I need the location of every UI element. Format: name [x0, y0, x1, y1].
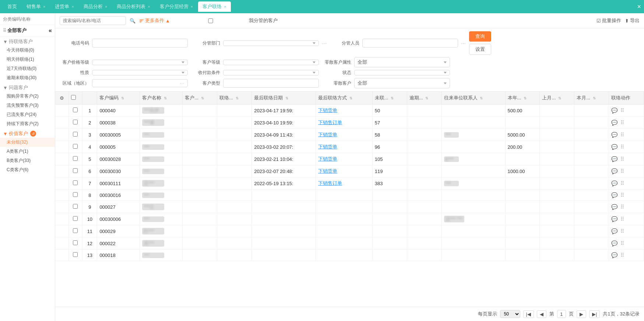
- tab-product-analysis[interactable]: 商品分析 ×: [79, 1, 112, 12]
- sidebar-item-today[interactable]: 今天待联络(0): [0, 46, 55, 55]
- nature-select[interactable]: [92, 70, 188, 75]
- sidebar-item-7days[interactable]: 近7天待联络(0): [0, 64, 55, 73]
- row-actions[interactable]: 💬 ⠿: [609, 190, 644, 201]
- grid-action-icon[interactable]: ⠿: [620, 252, 624, 258]
- row-last-method[interactable]: 下销售订单: [316, 117, 372, 129]
- close-icon[interactable]: ×: [105, 4, 107, 9]
- tab-customer-tier[interactable]: 客户分层经营 ×: [155, 1, 197, 12]
- row-actions[interactable]: 💬 ⠿: [609, 213, 644, 225]
- my-customers-check[interactable]: [174, 18, 247, 23]
- last-page-btn[interactable]: ▶|: [589, 310, 600, 318]
- prev-page-btn[interactable]: ◀: [537, 310, 546, 318]
- row-actions[interactable]: 💬 ⠿: [609, 177, 644, 190]
- row-checkbox[interactable]: [68, 177, 82, 190]
- row-checkbox[interactable]: [68, 201, 82, 213]
- chat-icon[interactable]: 💬: [611, 180, 617, 186]
- row-checkbox[interactable]: [68, 105, 82, 117]
- row-checkbox[interactable]: [68, 141, 82, 153]
- grid-action-icon[interactable]: ⠿: [620, 216, 624, 222]
- tab-purchase[interactable]: 进货单 ×: [50, 1, 78, 12]
- row-checkbox[interactable]: [68, 250, 82, 261]
- close-icon[interactable]: ×: [148, 4, 150, 9]
- row-last-method[interactable]: 下销货单: [316, 141, 372, 153]
- row-checkbox[interactable]: [68, 237, 82, 250]
- sidebar-item-class-a[interactable]: A类客户(1): [0, 147, 55, 156]
- manager-input[interactable]: [362, 39, 458, 47]
- chat-icon[interactable]: 💬: [611, 107, 617, 113]
- chat-icon[interactable]: 💬: [611, 252, 617, 258]
- no-contact-header[interactable]: 未联... ⇅: [372, 92, 407, 105]
- last-month-header[interactable]: 上月... ⇅: [540, 92, 574, 105]
- sidebar-item-ungroup[interactable]: 未分组(32): [0, 138, 55, 147]
- checkbox-col-header[interactable]: [68, 92, 82, 105]
- grid-action-icon[interactable]: ⠿: [620, 204, 624, 210]
- row-actions[interactable]: 💬 ⠿: [609, 201, 644, 213]
- grid-action-icon[interactable]: ⠿: [620, 228, 624, 234]
- sidebar-item-abnormal[interactable]: 囤购异常客户(2): [0, 92, 55, 101]
- grid-action-icon[interactable]: ⠿: [620, 240, 624, 246]
- query-button[interactable]: 查询: [469, 31, 491, 42]
- grid-action-icon[interactable]: ⠿: [620, 144, 624, 150]
- price-grade-select[interactable]: [92, 60, 188, 65]
- grid-action-icon[interactable]: ⠿: [620, 120, 624, 126]
- grid-action-icon[interactable]: ⠿: [620, 107, 624, 113]
- row-actions[interactable]: 💬 ⠿: [609, 117, 644, 129]
- per-page-select[interactable]: 50 100: [500, 310, 520, 318]
- grid-action-icon[interactable]: ⠿: [620, 156, 624, 162]
- this-year-header[interactable]: 本年... ⇅: [505, 92, 540, 105]
- row-actions[interactable]: 💬 ⠿: [609, 141, 644, 153]
- row-last-method[interactable]: 下销货单: [316, 105, 372, 117]
- chat-icon[interactable]: 💬: [611, 216, 617, 222]
- export-btn[interactable]: ⬆ 导出: [625, 17, 640, 24]
- chat-icon[interactable]: 💬: [611, 228, 617, 234]
- tab-home[interactable]: 首页: [3, 1, 21, 12]
- row-last-method[interactable]: [316, 225, 372, 237]
- row-checkbox[interactable]: [68, 190, 82, 201]
- customer-name-header[interactable]: 客户名称 ⇅: [140, 92, 183, 105]
- sidebar-item-overdue[interactable]: 逾期未联络(30): [0, 73, 55, 82]
- row-actions[interactable]: 💬 ⠿: [609, 250, 644, 261]
- chat-icon[interactable]: 💬: [611, 132, 617, 138]
- more-conditions-btn[interactable]: 更多条件 ▲: [139, 17, 170, 24]
- customer-code-header[interactable]: 客户编码 ⇅: [97, 92, 140, 105]
- chat-icon[interactable]: 💬: [611, 168, 617, 174]
- sidebar-group-pending[interactable]: ▼ 待联络客户: [0, 36, 55, 46]
- contact-header[interactable]: 联络... ⇅: [217, 92, 252, 105]
- row-last-method[interactable]: 下销货单: [316, 153, 372, 165]
- window-close-icon[interactable]: ×: [637, 3, 641, 11]
- row-last-method[interactable]: [316, 201, 372, 213]
- tab-product-analysis-list[interactable]: 商品分析列表 ×: [112, 1, 154, 12]
- sidebar-item-churn-warning[interactable]: 流失预警客户(3): [0, 101, 55, 110]
- chat-icon[interactable]: 💬: [611, 192, 617, 198]
- row-actions[interactable]: 💬 ⠿: [609, 165, 644, 177]
- row-checkbox[interactable]: [68, 153, 82, 165]
- row-checkbox[interactable]: [68, 165, 82, 177]
- last-contact-date-header[interactable]: 最后联络日期 ⇅: [252, 92, 316, 105]
- search-input[interactable]: [60, 16, 126, 25]
- close-icon[interactable]: ×: [224, 4, 226, 9]
- row-checkbox[interactable]: [68, 225, 82, 237]
- close-icon[interactable]: ×: [43, 4, 45, 9]
- last-contact-method-header[interactable]: 最后联络方式 ⇅: [316, 92, 372, 105]
- tab-customer-contact[interactable]: 客户联络 ×: [198, 1, 230, 12]
- settings-col-header[interactable]: ⚙: [55, 92, 68, 105]
- customer-grade-select[interactable]: [223, 60, 319, 65]
- row-actions[interactable]: 💬 ⠿: [609, 237, 644, 250]
- row-last-method[interactable]: 下销货单: [316, 129, 372, 141]
- chat-icon[interactable]: 💬: [611, 156, 617, 162]
- sidebar-collapse-icon[interactable]: «: [49, 28, 52, 33]
- row-last-method[interactable]: 下销售订单: [316, 177, 372, 190]
- grid-action-icon[interactable]: ⠿: [620, 180, 624, 186]
- chat-icon[interactable]: 💬: [611, 204, 617, 210]
- grid-action-icon[interactable]: ⠿: [620, 168, 624, 174]
- phone-input[interactable]: [92, 39, 188, 47]
- row-actions[interactable]: 💬 ⠿: [609, 105, 644, 117]
- row-actions[interactable]: 💬 ⠿: [609, 153, 644, 165]
- row-actions[interactable]: 💬 ⠿: [609, 129, 644, 141]
- sidebar-item-declining[interactable]: 持续下滑客户(2): [0, 119, 55, 128]
- chat-icon[interactable]: 💬: [611, 144, 617, 150]
- batch-ops-btn[interactable]: ☑ 批量操作: [597, 17, 621, 24]
- current-page[interactable]: 1: [557, 310, 566, 318]
- filter-search-icon[interactable]: 🔍: [130, 18, 136, 24]
- sidebar-item-churned[interactable]: 已流失客户(24): [0, 110, 55, 119]
